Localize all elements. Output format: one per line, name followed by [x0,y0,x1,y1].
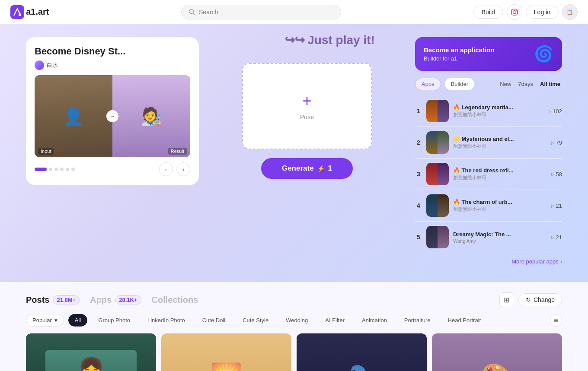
prev-arrow[interactable]: ‹ [159,162,173,176]
grid-item-3[interactable]: 🎭 [297,333,427,371]
app-item-1[interactable]: 1 🔥 Legendary martia... 創意無限小林哥 ▷ 102 [415,95,562,127]
grid-item-1[interactable]: 👧 [26,333,156,371]
grid-item-4[interactable]: 🎨 [432,333,562,371]
logo[interactable]: a1.art [10,5,49,19]
image-grid: 👧 🌅 🎭 🎨 [26,333,562,371]
post-tab-posts[interactable]: Posts21.8M+ [26,295,80,305]
app-plays-5: ▷ 21 [551,234,562,241]
post-tab-label-0: Posts [26,295,49,305]
filter-tag-cute-style[interactable]: Cute Style [236,314,275,327]
build-button[interactable]: Build [473,6,503,19]
dot-4[interactable] [60,168,64,171]
dot-5[interactable] [66,168,69,171]
app-item-2[interactable]: 2 🌟 Mysterious and el... 創意無限小林哥 ▷ 79 [415,127,562,159]
posts-nav: Posts21.8M+Apps28.1K+Collections ⊞ ↻ Cha… [26,292,562,307]
play-count-4: 21 [556,203,562,209]
filter-tag-all[interactable]: All [68,314,87,327]
filter-alltime[interactable]: All time [538,80,562,88]
tagline-text: Just play it! [307,33,375,47]
app-rank-4: 4 [415,202,422,209]
left-panel: Become Disney St... 白水 👤 Input → 🧑‍🎨 Res… [26,37,199,185]
filter-tag-wedding[interactable]: Wedding [279,314,314,327]
filter-tag-portraiture[interactable]: Portraiture [398,314,437,327]
play-icon-2: ▷ [551,140,555,145]
tab-apps[interactable]: Apps [415,78,441,90]
promo-title: Become an application [424,46,494,54]
filter-tag-linkedin-photo[interactable]: LinkedIn Photo [141,314,192,327]
app-plays-2: ▷ 79 [551,140,562,146]
filter-tag-cute-doll[interactable]: Cute Doll [196,314,232,327]
dot-1[interactable] [35,168,47,171]
more-apps-link[interactable]: More popular apps › [415,258,562,265]
play-count-5: 21 [556,234,562,241]
filter-7days[interactable]: 7days [516,80,535,88]
svg-rect-4 [511,9,518,15]
app-rank-1: 1 [415,108,422,114]
play-icon-1: ▷ [548,109,551,114]
generate-button[interactable]: Generate ⚡ 1 [261,158,353,179]
change-label: Change [534,296,555,303]
instagram-button[interactable] [507,4,522,20]
post-tab-collections[interactable]: Collections [152,295,198,305]
app-plays-3: ▷ 58 [551,171,562,178]
left-panel-title: Become Disney St... [35,46,190,57]
app-author-2: 創意無限小林哥 [453,143,547,149]
right-panel: Become an application Builder for a1→ 🌀 … [415,37,562,265]
change-button[interactable]: ↻ Change [518,293,562,306]
app-item-5[interactable]: 5 Dreamy Magic: The ... Wang Amy ▷ 21 [415,222,562,253]
login-button[interactable]: Log in [526,6,559,19]
play-icon-5: ▷ [551,235,555,240]
app-rank-2: 2 [415,139,422,146]
app-info-3: 🔥 The red dress refl... 創意無限小林哥 [453,167,547,181]
filter-row: Popular ▾ AllGroup PhotoLinkedIn PhotoCu… [26,314,562,327]
app-item-4[interactable]: 4 🔥 The charm of urb... 創意無限小林哥 ▷ 21 [415,190,562,222]
app-title-4: 🔥 The charm of urb... [453,199,547,205]
filter-tag-animation[interactable]: Animation [355,314,393,327]
post-tab-apps[interactable]: Apps28.1K+ [90,295,141,305]
dot-2[interactable] [49,168,52,171]
app-author-4: 創意無限小林哥 [453,206,547,212]
post-tab-label-1: Apps [90,295,112,305]
play-count-2: 79 [556,140,562,146]
svg-text:📋: 📋 [567,9,573,15]
tab-builder[interactable]: Builder [444,78,475,90]
posts-nav-right: ⊞ ↻ Change [499,292,562,307]
promo-text: Become an application Builder for a1→ [424,46,494,62]
promo-icon: 🌀 [534,45,553,63]
pose-upload-box[interactable]: + Pose [242,63,372,149]
app-item-3[interactable]: 3 🔥 The red dress refl... 創意無限小林哥 ▷ 58 [415,159,562,190]
filter-more-button[interactable] [550,314,562,327]
play-count-3: 58 [556,171,562,178]
svg-point-6 [516,10,517,11]
play-icon-4: ▷ [551,203,555,208]
filter-tag-ai-filter[interactable]: AI Filter [319,314,351,327]
filter-tag-head-portrait[interactable]: Head Portrait [441,314,488,327]
dot-3[interactable] [54,168,58,171]
post-tab-count-0: 21.8M+ [53,295,80,304]
pose-label: Pose [300,114,314,120]
app-thumb-3 [426,163,449,185]
promo-subtitle: Builder for a1→ [424,55,494,62]
promo-card[interactable]: Become an application Builder for a1→ 🌀 [415,37,562,71]
comparison-arrow: → [106,110,118,122]
instagram-icon [511,8,518,16]
avatar-button[interactable]: 📋 [562,4,578,20]
grid-item-2[interactable]: 🌅 [161,333,291,371]
layout-button[interactable]: ⊞ [499,292,514,307]
filter-tag-group-photo[interactable]: Group Photo [92,314,137,327]
app-title-1: 🔥 Legendary martia... [453,104,543,111]
search-bar[interactable] [181,5,341,19]
pose-plus-icon: + [302,92,311,110]
logo-text: a1.art [26,7,49,17]
more-icon [553,317,559,323]
svg-rect-0 [10,5,24,19]
next-arrow[interactable]: › [176,162,190,176]
filter-new[interactable]: New [498,80,513,88]
play-icon-3: ▷ [551,172,555,177]
search-input[interactable] [199,9,334,16]
dot-6[interactable] [71,168,75,171]
search-icon [189,9,195,16]
hero-tagline: ↩↩ Just play it! [285,33,375,47]
generate-label: Generate [282,164,314,173]
filter-dropdown[interactable]: Popular ▾ [26,314,64,327]
